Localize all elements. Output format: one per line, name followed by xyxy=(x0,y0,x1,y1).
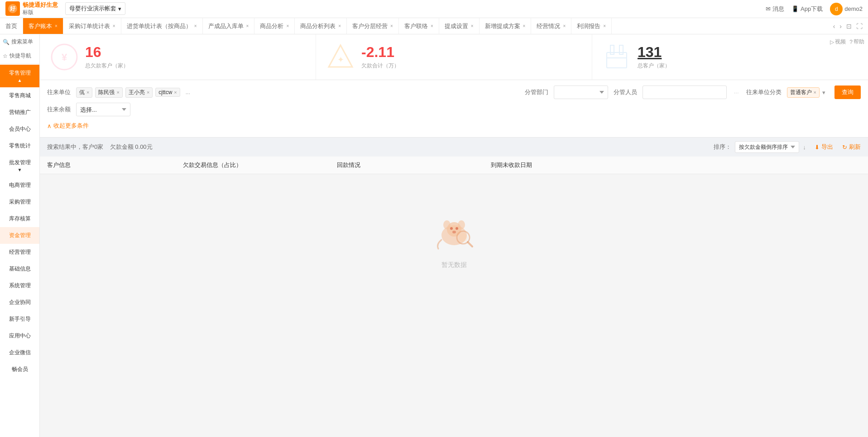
sidebar-quick-nav[interactable]: ☆ 快捷导航 xyxy=(0,49,39,62)
message-button[interactable]: ✉ 消息 xyxy=(766,5,784,13)
app-download-button[interactable]: 📱 App下载 xyxy=(791,5,823,13)
collapse-button[interactable]: ∧ 收起更多条件 xyxy=(47,120,861,132)
filter-select-balance[interactable]: 选择... xyxy=(76,103,130,116)
tag-cjttcw[interactable]: cjttcw × xyxy=(155,88,180,97)
sidebar-item-inventory[interactable]: 库存核算 xyxy=(0,210,39,227)
filters-area: 往来单位 佤 × 陈民强 × 王小亮 × cjttcw xyxy=(40,80,868,138)
sidebar-item-retail-management[interactable]: 零售管理 ▲ xyxy=(0,65,39,87)
stat-card-customers: ¥ 16 总欠款客户（家） xyxy=(40,34,316,80)
summary-bar: 搜索结果中，客户0家 欠款金额 0.00元 排序： 按欠款金额倒序排序 ↓ ⬇ … xyxy=(40,138,868,157)
close-tab-7[interactable]: × xyxy=(431,24,433,28)
sidebar-item-ecommerce[interactable]: 电商管理 xyxy=(0,177,39,194)
tab-2[interactable]: 进货单统计表（按商品） × xyxy=(121,18,203,34)
collapse-icon: ∧ xyxy=(47,123,52,129)
sidebar-item-wechat[interactable]: 企业微信 xyxy=(0,344,39,361)
video-icon: ▷ xyxy=(830,39,834,45)
svg-point-16 xyxy=(452,231,456,233)
filter-tags-category: 普通客户 × ▾ xyxy=(787,87,825,98)
tab-3[interactable]: 产成品入库单 × xyxy=(203,18,255,34)
close-tab-8[interactable]: × xyxy=(471,24,474,28)
account-selector[interactable]: 母婴行业演示帐套 ▾ xyxy=(65,2,125,15)
tag-wa[interactable]: 佤 × xyxy=(76,87,92,98)
tab-home[interactable]: 首页 xyxy=(0,18,23,34)
main-content: ¥ 16 总欠款客户（家） ✦ -2.11 欠款合计（万） xyxy=(40,34,868,437)
query-button[interactable]: 查询 xyxy=(834,86,861,99)
tab-prev-button[interactable]: ‹ xyxy=(831,22,837,31)
stat-label-debt: 欠款合计（万） xyxy=(361,62,581,70)
logo-area: 好 畅捷通好生意 标版 xyxy=(5,1,58,16)
star-icon: ☆ xyxy=(3,53,8,59)
user-area[interactable]: d demo2 xyxy=(830,3,863,15)
tab-7[interactable]: 客户联络 × xyxy=(399,18,439,34)
tag-close-wang[interactable]: × xyxy=(147,90,149,95)
sidebar-item-operations[interactable]: 经营管理 xyxy=(0,244,39,261)
sidebar-item-app-center[interactable]: 应用中心 xyxy=(0,328,39,344)
sidebar-item-enterprise-collab[interactable]: 企业协同 xyxy=(0,294,39,311)
sidebar-item-basic-info[interactable]: 基础信息 xyxy=(0,261,39,277)
tab-1[interactable]: 采购订单统计表 × xyxy=(63,18,121,34)
sidebar-item-retail-stats[interactable]: 零售统计 xyxy=(0,138,39,154)
stat-value-total: 131 xyxy=(638,44,857,60)
close-tab-4[interactable]: × xyxy=(286,24,289,28)
refresh-button[interactable]: ↻ 刷新 xyxy=(842,143,861,151)
sort-arrow-icon: ↓ xyxy=(803,144,806,151)
tab-8[interactable]: 提成设置 × xyxy=(439,18,480,34)
tab-expand-button[interactable]: ⛶ xyxy=(854,22,864,31)
summary-result: 搜索结果中，客户0家 欠款金额 0.00元 xyxy=(47,143,153,151)
total-icon xyxy=(603,43,630,71)
tag-close-cjttcw[interactable]: × xyxy=(174,90,177,95)
filter-input-manager[interactable] xyxy=(643,86,727,99)
svg-point-13 xyxy=(458,220,465,229)
filter-label-category: 往来单位分类 xyxy=(746,88,782,96)
close-tab-6[interactable]: × xyxy=(390,24,393,28)
refresh-icon: ↻ xyxy=(842,144,847,151)
tab-restore-button[interactable]: ⊡ xyxy=(844,22,854,31)
video-help-button[interactable]: ▷ 视频 xyxy=(830,38,846,46)
tab-0[interactable]: 客户账本 × xyxy=(23,18,63,34)
col-header-date: 到期未收款日期 xyxy=(491,161,861,169)
tag-close-wa[interactable]: × xyxy=(86,90,89,95)
sidebar-item-finance[interactable]: 资金管理 xyxy=(0,227,39,244)
close-tab-1[interactable]: × xyxy=(113,24,115,28)
close-tab-10[interactable]: × xyxy=(563,24,566,28)
tab-4[interactable]: 商品分析 × xyxy=(254,18,295,34)
close-tab-5[interactable]: × xyxy=(338,24,341,28)
svg-text:好: 好 xyxy=(10,5,16,12)
tab-6[interactable]: 客户分层经营 × xyxy=(347,18,399,34)
tag-chenminqiang[interactable]: 陈民强 × xyxy=(95,87,122,98)
tab-next-button[interactable]: › xyxy=(838,22,844,31)
export-button[interactable]: ⬇ 导出 xyxy=(815,143,833,151)
help-button[interactable]: ? 帮助 xyxy=(849,38,864,46)
logo-text: 畅捷通好生意 标版 xyxy=(23,1,58,16)
tab-9[interactable]: 新增提成方案 × xyxy=(480,18,532,34)
topbar-right: ✉ 消息 📱 App下载 d demo2 xyxy=(766,3,863,15)
sidebar-item-wholesale[interactable]: 批发管理 ▼ xyxy=(0,154,39,177)
sidebar-search[interactable]: 🔍 搜索菜单 xyxy=(0,34,39,49)
sidebar-item-newcomer[interactable]: 新手引导 xyxy=(0,311,39,328)
sort-area: 排序： 按欠款金额倒序排序 ↓ ⬇ 导出 ↻ 刷新 xyxy=(714,141,861,153)
tag-normal-customer[interactable]: 普通客户 × xyxy=(787,87,820,98)
tag-more[interactable]: ... xyxy=(183,88,193,96)
tag-close-chen[interactable]: × xyxy=(116,90,119,95)
tab-11[interactable]: 利润报告 × xyxy=(571,18,612,34)
sidebar-item-system[interactable]: 系统管理 xyxy=(0,277,39,294)
sidebar-item-marketing[interactable]: 营销推广 xyxy=(0,104,39,121)
sort-select[interactable]: 按欠款金额倒序排序 xyxy=(735,141,799,153)
tab-10[interactable]: 经营情况 × xyxy=(531,18,571,34)
sidebar: 🔍 搜索菜单 ☆ 快捷导航 零售管理 ▲ 零售商城 营销推广 会员中心 零售统计… xyxy=(0,34,40,437)
nav-tabs: 首页 客户账本 × 采购订单统计表 × 进货单统计表（按商品） × 产成品入库单… xyxy=(0,18,868,34)
close-tab-11[interactable]: × xyxy=(603,24,606,28)
sidebar-item-retail-mall[interactable]: 零售商城 xyxy=(0,87,39,104)
close-tab-0[interactable]: × xyxy=(55,24,58,28)
close-tab-3[interactable]: × xyxy=(246,24,249,28)
svg-point-18 xyxy=(459,233,468,242)
filter-select-dept[interactable] xyxy=(554,86,608,99)
close-tab-9[interactable]: × xyxy=(523,24,526,28)
tag-wangxiaoliang[interactable]: 王小亮 × xyxy=(125,87,153,98)
close-tab-2[interactable]: × xyxy=(194,24,197,28)
tag-close-normal[interactable]: × xyxy=(814,90,816,95)
sidebar-item-member[interactable]: 畅会员 xyxy=(0,361,39,378)
sidebar-item-member-center[interactable]: 会员中心 xyxy=(0,121,39,138)
sidebar-item-purchase[interactable]: 采购管理 xyxy=(0,194,39,210)
tab-5[interactable]: 商品分析列表 × xyxy=(295,18,347,34)
